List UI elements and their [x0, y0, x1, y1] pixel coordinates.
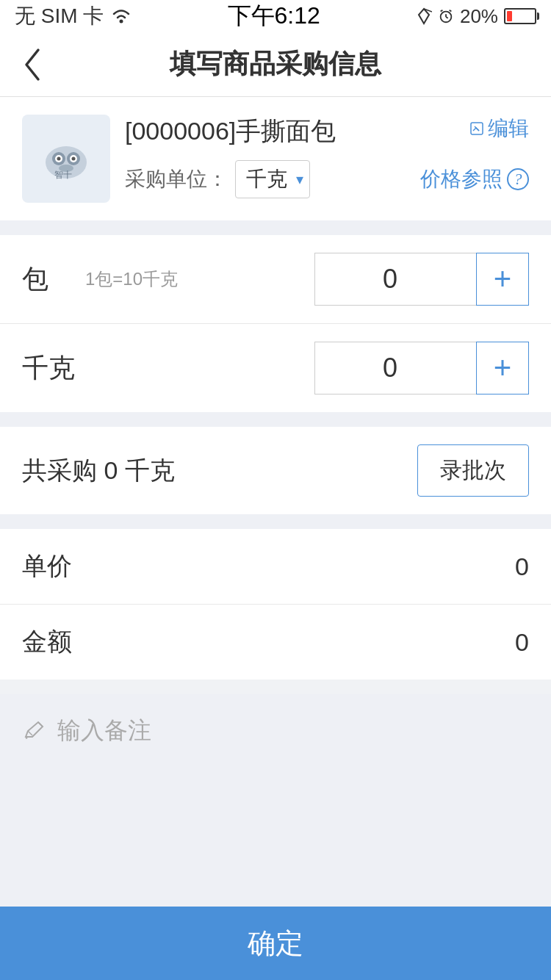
- confirm-button[interactable]: 确定: [0, 907, 551, 980]
- svg-line-4: [446, 17, 448, 18]
- section-divider-1: [0, 220, 551, 235]
- amount-label: 金额: [22, 625, 72, 659]
- amount-row: 金额 0: [0, 605, 551, 680]
- product-header: [0000006]手撕面包 编辑: [125, 115, 529, 148]
- product-image: 智十: [22, 115, 110, 203]
- svg-line-18: [28, 731, 32, 735]
- kg-input-wrapper: +: [283, 342, 529, 394]
- pack-input-wrapper: +: [283, 253, 529, 306]
- batch-button[interactable]: 录批次: [417, 444, 529, 497]
- kg-plus-button[interactable]: +: [476, 342, 529, 394]
- location-icon: [416, 7, 432, 25]
- note-placeholder: 输入备注: [57, 715, 151, 747]
- svg-line-19: [38, 722, 43, 727]
- svg-line-6: [450, 10, 452, 12]
- unit-price-value: 0: [515, 552, 529, 581]
- pack-label: 包: [22, 262, 81, 298]
- svg-point-12: [57, 157, 61, 161]
- battery-percent: 20%: [460, 5, 498, 28]
- page-title: 填写商品采购信息: [170, 46, 381, 82]
- pack-input-row: 包 1包=10千克 +: [0, 235, 551, 324]
- kg-label-area: 千克: [22, 350, 268, 386]
- unit-label: 采购单位：: [125, 165, 228, 193]
- kg-quantity-input[interactable]: [314, 342, 476, 394]
- quantity-section: 包 1包=10千克 + 千克 +: [0, 235, 551, 412]
- status-bar: 无 SIM 卡 下午6:12 20%: [0, 0, 551, 32]
- price-ref-button[interactable]: 价格参照 ?: [420, 165, 529, 193]
- status-time: 下午6:12: [228, 0, 320, 32]
- svg-point-13: [72, 157, 76, 161]
- pack-plus-button[interactable]: +: [476, 253, 529, 306]
- price-ref-icon: ?: [507, 168, 529, 190]
- kg-input-row: 千克 +: [0, 324, 551, 412]
- pencil-icon: [22, 719, 46, 743]
- pack-quantity-input[interactable]: [314, 253, 476, 306]
- back-button[interactable]: [0, 32, 65, 97]
- confirm-button-label: 确定: [248, 925, 303, 962]
- kg-label: 千克: [22, 353, 75, 383]
- pack-sublabel: 1包=10千克: [85, 267, 178, 291]
- product-card: 智十 [0000006]手撕面包 编辑 采购单位： 千克 价: [0, 97, 551, 220]
- summary-row: 共采购 0 千克 录批次: [0, 427, 551, 514]
- product-info: [0000006]手撕面包 编辑 采购单位： 千克 价格参照 ?: [125, 115, 529, 198]
- product-unit-row: 采购单位： 千克 价格参照 ?: [125, 160, 529, 198]
- svg-line-5: [441, 10, 443, 12]
- wifi-icon: [111, 8, 132, 24]
- unit-selector-area: 采购单位： 千克: [125, 160, 310, 198]
- signal-text: 无 SIM 卡: [15, 2, 104, 30]
- summary-text: 共采购 0 千克: [22, 454, 175, 488]
- svg-text:智十: 智十: [54, 170, 72, 180]
- amount-value: 0: [515, 628, 529, 657]
- section-divider-2: [0, 412, 551, 427]
- edit-button[interactable]: 编辑: [469, 115, 529, 143]
- note-section[interactable]: 输入备注: [0, 694, 551, 768]
- status-left: 无 SIM 卡: [15, 2, 132, 30]
- unit-price-row: 单价 0: [0, 529, 551, 605]
- unit-select-button[interactable]: 千克: [235, 160, 310, 198]
- edit-icon: [469, 120, 485, 137]
- price-section: 单价 0 金额 0: [0, 529, 551, 680]
- unit-price-label: 单价: [22, 550, 72, 583]
- section-divider-3: [0, 514, 551, 529]
- product-name: [0000006]手撕面包: [125, 115, 336, 148]
- svg-point-0: [120, 20, 123, 24]
- alarm-icon: [438, 7, 454, 25]
- price-ref-label: 价格参照: [420, 165, 503, 193]
- pack-label-area: 包 1包=10千克: [22, 262, 268, 298]
- status-right: 20%: [416, 5, 536, 28]
- nav-bar: 填写商品采购信息: [0, 32, 551, 97]
- battery-icon: [504, 8, 536, 24]
